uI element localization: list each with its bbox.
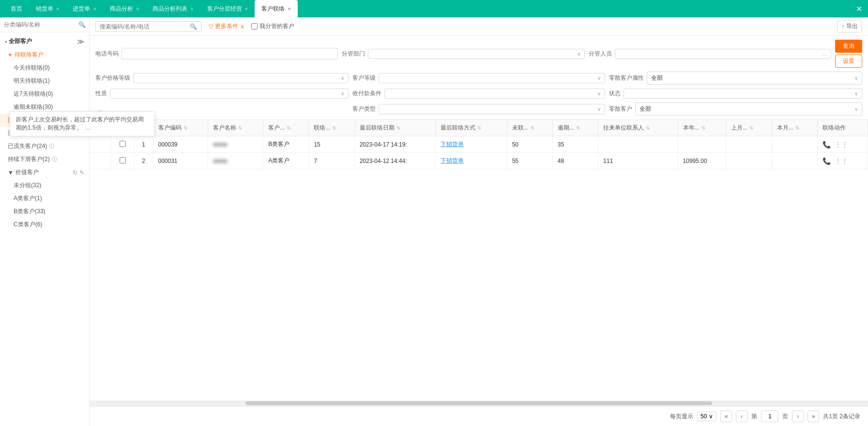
td-checkbox-1[interactable] bbox=[111, 136, 134, 153]
close-customer-tier-icon[interactable]: × bbox=[245, 6, 248, 12]
sidebar-item-tomorrow[interactable]: 明天待联络(1) bbox=[0, 74, 89, 88]
page-size-select[interactable]: 50 ∨ bbox=[697, 411, 716, 421]
sort-name-icon[interactable]: ⇅ bbox=[238, 125, 242, 131]
th-last-contact-date[interactable]: 最后联络日期 ⇅ bbox=[354, 120, 435, 136]
all-customers-header[interactable]: ▪ 全部客户 ≫ bbox=[0, 34, 89, 48]
th-this-year[interactable]: 本年... ⇅ bbox=[678, 120, 726, 136]
th-unit-contact[interactable]: 往来单位联系人 ⇅ bbox=[598, 120, 678, 136]
sort-this-year-icon[interactable]: ⇅ bbox=[701, 125, 705, 131]
filter-more-conditions[interactable]: ▽ 更多条件 ∧ bbox=[206, 21, 247, 32]
status-select[interactable]: ∨ bbox=[624, 88, 862, 99]
nav-customer-contact[interactable]: 客户联络 × bbox=[255, 0, 297, 17]
td-checkbox-2[interactable] bbox=[111, 153, 134, 169]
phone-input[interactable] bbox=[122, 48, 338, 59]
td-last-contact-method-1[interactable]: 下销货单 bbox=[436, 136, 507, 153]
payment-select[interactable]: ∨ bbox=[384, 88, 606, 99]
close-purchase-icon[interactable]: × bbox=[93, 6, 96, 12]
sidebar-item-a-class[interactable]: A类客户(1) bbox=[0, 192, 89, 205]
th-contact-count[interactable]: 联络... ⇅ bbox=[309, 120, 354, 136]
th-last-month[interactable]: 上月... ⇅ bbox=[726, 120, 772, 136]
my-customers-checkbox[interactable] bbox=[251, 23, 258, 29]
sort-unit-contact-icon[interactable]: ⇅ bbox=[646, 125, 650, 131]
nav-analysis[interactable]: 商品分析 × bbox=[103, 0, 146, 17]
sort-method-icon[interactable]: ⇅ bbox=[477, 125, 481, 131]
last-page-button[interactable]: » bbox=[807, 411, 819, 422]
customer-level-select[interactable]: ∨ bbox=[379, 73, 606, 83]
manager-select[interactable]: ... bbox=[615, 49, 831, 59]
sidebar-item-lost[interactable]: 已流失客户(24) ⓘ bbox=[0, 140, 89, 153]
th-overdue[interactable]: 逾期... ⇅ bbox=[552, 120, 598, 136]
refresh-icon[interactable]: ↻ bbox=[73, 169, 77, 176]
filter-price-level-field: 客户价格等级 ∨ bbox=[95, 73, 349, 83]
sort-last-month-icon[interactable]: ⇅ bbox=[749, 125, 753, 131]
sidebar-search-icon[interactable]: 🔍 bbox=[78, 21, 86, 28]
export-button[interactable]: ↑ 导出 bbox=[837, 20, 862, 32]
more-action-icon-1[interactable]: ⋮⋮ bbox=[835, 141, 848, 148]
sort-date-icon[interactable]: ⇅ bbox=[396, 125, 400, 131]
sidebar-value-customer-section[interactable]: ▼ 价值客户 ↻ ✎ bbox=[0, 166, 89, 179]
td-code-1: 000039 bbox=[153, 136, 208, 153]
edit-icon[interactable]: ✎ bbox=[79, 169, 84, 176]
setting-button[interactable]: 设置 bbox=[835, 55, 862, 68]
filter-icon: ▽ bbox=[209, 23, 213, 30]
sidebar-item-ungrouped[interactable]: 未分组(32) bbox=[0, 179, 89, 192]
th-code[interactable]: 客户编码 ⇅ bbox=[153, 120, 208, 136]
nav-sales[interactable]: 销货单 × bbox=[29, 0, 66, 17]
td-last-month-2 bbox=[726, 153, 772, 169]
sidebar-item-declining[interactable]: 持续下滑客户(2) ⓘ bbox=[0, 153, 89, 166]
retail-customer-select[interactable]: 全部 ∨ bbox=[635, 103, 862, 116]
query-button[interactable]: 查询 bbox=[835, 40, 862, 53]
nav-purchase[interactable]: 进货单 × bbox=[66, 0, 103, 17]
dept-select[interactable]: ∨ bbox=[368, 49, 584, 59]
th-customer-type[interactable]: 客户... ⇅ bbox=[263, 120, 309, 136]
th-last-contact-method[interactable]: 最后联络方式 ⇅ bbox=[436, 120, 507, 136]
filter-search-input[interactable] bbox=[100, 23, 187, 30]
sort-not-contact-icon[interactable]: ⇅ bbox=[531, 125, 534, 131]
more-action-icon-2[interactable]: ⋮⋮ bbox=[835, 157, 848, 165]
filter-customer-level-field: 客户等级 ∨ bbox=[352, 73, 606, 83]
customer-type-select[interactable]: ∨ bbox=[379, 104, 606, 114]
sidebar-item-b-class[interactable]: B类客户(33) bbox=[0, 205, 89, 218]
horizontal-scrollbar[interactable] bbox=[90, 400, 868, 406]
close-analysis-icon[interactable]: × bbox=[136, 6, 139, 12]
manager-ellipsis[interactable]: ... bbox=[823, 51, 827, 57]
price-level-select[interactable]: ∨ bbox=[133, 73, 349, 83]
filter-search-icon[interactable]: 🔍 bbox=[190, 23, 197, 30]
sidebar-search-input[interactable] bbox=[4, 21, 76, 28]
sidebar-collapse-btn[interactable]: ≫ bbox=[77, 38, 84, 45]
retail-attr-select[interactable]: 全部 ∨ bbox=[647, 72, 862, 85]
sidebar-item-c-class[interactable]: C类客户(6) bbox=[0, 218, 89, 231]
nav-analysis-list[interactable]: 商品分析列表 × bbox=[146, 0, 200, 17]
sort-contact-icon[interactable]: ⇅ bbox=[332, 125, 336, 131]
first-page-button[interactable]: « bbox=[720, 411, 732, 422]
th-not-contact[interactable]: 未联... ⇅ bbox=[507, 120, 552, 136]
sort-type-icon[interactable]: ⇅ bbox=[287, 125, 290, 131]
contact-icon-1[interactable]: 📞 bbox=[822, 141, 831, 148]
th-this-month[interactable]: 本月... ⇅ bbox=[772, 120, 817, 136]
sort-overdue-icon[interactable]: ⇅ bbox=[576, 125, 580, 131]
prev-page-button[interactable]: ‹ bbox=[736, 411, 747, 422]
close-sales-icon[interactable]: × bbox=[56, 6, 59, 12]
close-analysis-list-icon[interactable]: × bbox=[190, 6, 193, 12]
sort-code-icon[interactable]: ⇅ bbox=[183, 125, 187, 131]
sidebar-pending-contact-section[interactable]: ▼ 待联络客户 bbox=[0, 48, 89, 61]
my-customers-checkbox-label[interactable]: 我分管的客户 bbox=[251, 22, 294, 30]
td-contact-count-2: 7 bbox=[309, 153, 354, 169]
close-customer-contact-icon[interactable]: × bbox=[288, 6, 290, 12]
td-last-contact-method-2[interactable]: 下销货单 bbox=[436, 153, 507, 169]
nav-home[interactable]: 首页 bbox=[4, 0, 29, 17]
sidebar-item-7days[interactable]: 近7天待联络(0) bbox=[0, 88, 89, 101]
th-name[interactable]: 客户名称 ⇅ bbox=[208, 120, 263, 136]
sidebar-item-today[interactable]: 今天待联络(0) bbox=[0, 61, 89, 74]
row1-checkbox[interactable] bbox=[120, 141, 126, 147]
row2-checkbox[interactable] bbox=[120, 157, 126, 163]
next-page-button[interactable]: › bbox=[792, 411, 804, 422]
nav-window-close[interactable]: ✕ bbox=[856, 4, 862, 14]
nav-customer-tier[interactable]: 客户分层经营 × bbox=[200, 0, 255, 17]
tooltip-more-link[interactable]: ... bbox=[86, 124, 89, 131]
page-number-input[interactable] bbox=[761, 411, 778, 422]
sort-this-month-icon[interactable]: ⇅ bbox=[795, 125, 799, 131]
contact-icon-2[interactable]: 📞 bbox=[822, 157, 831, 165]
scroll-thumb[interactable] bbox=[245, 401, 713, 405]
nature-select[interactable]: ∨ bbox=[110, 88, 349, 99]
